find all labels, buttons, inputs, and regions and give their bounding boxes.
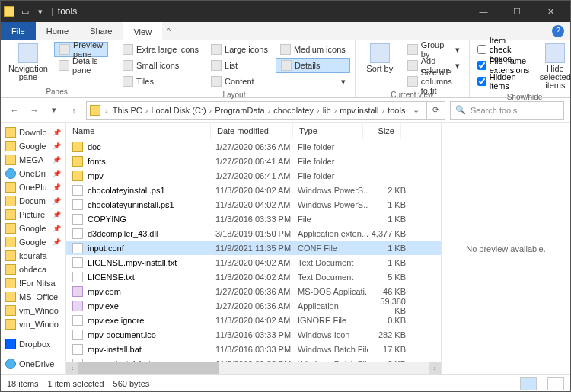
- file-row[interactable]: mpv.exe.ignore11/3/2020 04:02 AMIGNORE F…: [66, 313, 441, 327]
- file-row[interactable]: mpv1/27/2020 06:41 AMFile folder: [66, 168, 441, 183]
- ribbon-collapse-icon[interactable]: ^: [162, 27, 175, 36]
- hide-selected-icon: [545, 43, 565, 63]
- chevron-right-icon[interactable]: ›: [266, 106, 273, 115]
- layout-more-button[interactable]: ▾: [276, 74, 350, 89]
- checkbox-hidden-items[interactable]: Hidden items: [474, 74, 533, 89]
- nav-item[interactable]: !For Nitsa: [1, 276, 65, 290]
- minimize-button[interactable]: —: [467, 1, 500, 22]
- scroll-track[interactable]: [78, 362, 429, 374]
- layout-content-button[interactable]: Content: [206, 74, 273, 89]
- address-segment[interactable]: ProgramData: [213, 106, 266, 115]
- checkbox-file-extensions[interactable]: File name extensions: [474, 58, 533, 73]
- scroll-thumb[interactable]: [78, 362, 219, 374]
- nav-item[interactable]: Google📌: [1, 139, 65, 153]
- qat-properties-icon[interactable]: ▭: [19, 5, 31, 18]
- address-segment[interactable]: Local Disk (C:): [149, 106, 207, 115]
- file-row[interactable]: mpv-document.ico11/3/2016 03:33 PMWindow…: [66, 327, 441, 342]
- back-button[interactable]: ←: [7, 103, 22, 118]
- nav-item[interactable]: kourafa: [1, 249, 65, 263]
- folder-icon: [5, 278, 16, 288]
- details-pane-button[interactable]: Details pane: [54, 58, 108, 73]
- nav-item[interactable]: vm_Windo: [1, 317, 65, 331]
- nav-item[interactable]: OneDrive -: [1, 357, 65, 371]
- tab-view[interactable]: View: [123, 22, 162, 40]
- file-row[interactable]: input.conf11/9/2021 11:35 PMCONF File1 K…: [66, 241, 441, 255]
- scroll-left-button[interactable]: ‹: [66, 362, 78, 374]
- address-segment[interactable]: This PC: [111, 106, 144, 115]
- horizontal-scrollbar[interactable]: ‹ ›: [66, 362, 441, 374]
- chevron-right-icon[interactable]: ›: [315, 106, 321, 115]
- col-name[interactable]: Name: [66, 123, 211, 139]
- nav-item[interactable]: OneDri📌: [1, 167, 65, 180]
- nav-item[interactable]: Google📌: [1, 221, 65, 235]
- layout-medium-button[interactable]: Medium icons: [276, 42, 350, 57]
- sizecolumns-button[interactable]: Size all columns to fit: [403, 74, 464, 89]
- file-row[interactable]: mpv.exe1/27/2020 06:36 AMApplication59,3…: [66, 298, 441, 313]
- help-icon[interactable]: ?: [552, 25, 564, 37]
- file-row[interactable]: mpv-install.bat11/3/2016 03:33 PMWindows…: [66, 342, 441, 356]
- navigation-tree[interactable]: Downlo📌Google📌MEGA📌OneDri📌OnePlu📌Docum📌P…: [1, 123, 66, 374]
- recent-dropdown[interactable]: ▾: [46, 103, 62, 118]
- qat-newfolder-icon[interactable]: ▾: [34, 5, 46, 18]
- tab-file[interactable]: File: [1, 22, 36, 40]
- chevron-right-icon[interactable]: ›: [104, 106, 110, 115]
- file-row[interactable]: COPYING11/3/2016 03:33 PMFile1 KB: [66, 212, 441, 226]
- file-row[interactable]: fonts1/27/2020 06:41 AMFile folder: [66, 154, 441, 168]
- up-button[interactable]: ↑: [66, 103, 81, 118]
- nav-item[interactable]: Downlo📌: [1, 126, 65, 139]
- file-row[interactable]: chocolateyuninstall.ps111/3/2020 04:02 A…: [66, 197, 441, 212]
- nav-item[interactable]: OnePlu📌: [1, 180, 65, 194]
- preview-pane-button[interactable]: Preview pane: [54, 42, 108, 57]
- col-type[interactable]: Type: [293, 123, 363, 139]
- file-row[interactable]: mpv-uninstall.bat11/3/2016 03:33 PMWindo…: [66, 356, 441, 362]
- nav-item[interactable]: vm_Windo: [1, 304, 65, 317]
- scroll-right-button[interactable]: ›: [429, 362, 441, 374]
- layout-large-button[interactable]: Large icons: [206, 42, 273, 57]
- tab-home[interactable]: Home: [36, 22, 79, 40]
- nav-item[interactable]: Docum📌: [1, 194, 65, 208]
- file-row[interactable]: LICENSE.txt11/3/2020 04:02 AMText Docume…: [66, 269, 441, 284]
- forward-button[interactable]: →: [27, 103, 42, 118]
- chevron-right-icon[interactable]: ›: [144, 106, 150, 115]
- maximize-button[interactable]: ☐: [500, 1, 534, 22]
- layout-details-button[interactable]: Details: [276, 58, 350, 73]
- groupby-button[interactable]: Group by ▾: [403, 42, 464, 57]
- address-segment[interactable]: tools: [386, 106, 405, 115]
- address-segment[interactable]: mpv.install: [338, 106, 380, 115]
- nav-item[interactable]: Google📌: [1, 235, 65, 249]
- refresh-button[interactable]: ⟳: [427, 101, 445, 120]
- tab-share[interactable]: Share: [79, 22, 123, 40]
- layout-xlarge-button[interactable]: Extra large icons: [118, 42, 203, 57]
- close-button[interactable]: ✕: [534, 1, 567, 22]
- address-segment[interactable]: lib: [321, 106, 333, 115]
- navigation-pane-button[interactable]: Navigation pane: [5, 42, 51, 83]
- sortby-button[interactable]: Sort by: [360, 42, 400, 75]
- hide-selected-button[interactable]: Hide selected items: [535, 42, 571, 91]
- nav-item[interactable]: ohdeca: [1, 263, 65, 276]
- file-row[interactable]: doc1/27/2020 06:36 AMFile folder: [66, 139, 441, 154]
- chevron-right-icon[interactable]: ›: [333, 106, 339, 115]
- chevron-right-icon[interactable]: ›: [380, 106, 386, 115]
- col-size[interactable]: Size: [363, 123, 401, 139]
- chevron-right-icon[interactable]: ›: [208, 106, 214, 115]
- layout-tiles-button[interactable]: Tiles: [118, 74, 203, 89]
- nav-item[interactable]: MS_Office: [1, 290, 65, 304]
- file-list[interactable]: doc1/27/2020 06:36 AMFile folderfonts1/2…: [66, 139, 441, 362]
- nav-item[interactable]: Picture📌: [1, 208, 65, 221]
- sortby-icon: [370, 43, 390, 63]
- search-input[interactable]: 🔍 Search tools: [450, 101, 564, 120]
- col-date[interactable]: Date modified: [211, 123, 293, 139]
- address-segment[interactable]: chocolatey: [272, 106, 315, 115]
- view-details-toggle[interactable]: [520, 377, 537, 390]
- checkbox-item-checkboxes[interactable]: Item check boxes: [474, 42, 533, 57]
- nav-item[interactable]: Dropbox: [1, 337, 65, 351]
- address-dropdown-icon[interactable]: ⌄: [408, 105, 423, 115]
- file-row[interactable]: chocolateyinstall.ps111/3/2020 04:02 AMW…: [66, 183, 441, 197]
- layout-small-button[interactable]: Small icons: [118, 58, 203, 73]
- view-thumbnails-toggle[interactable]: [547, 377, 564, 390]
- address-bar[interactable]: › This PC›Local Disk (C:)›ProgramData›ch…: [86, 101, 427, 120]
- file-row[interactable]: d3dcompiler_43.dll3/18/2019 01:50 PMAppl…: [66, 226, 441, 241]
- nav-item[interactable]: MEGA📌: [1, 153, 65, 167]
- layout-list-button[interactable]: List: [206, 58, 273, 73]
- file-row[interactable]: LICENSE.mpv-install.txt11/3/2020 04:02 A…: [66, 255, 441, 269]
